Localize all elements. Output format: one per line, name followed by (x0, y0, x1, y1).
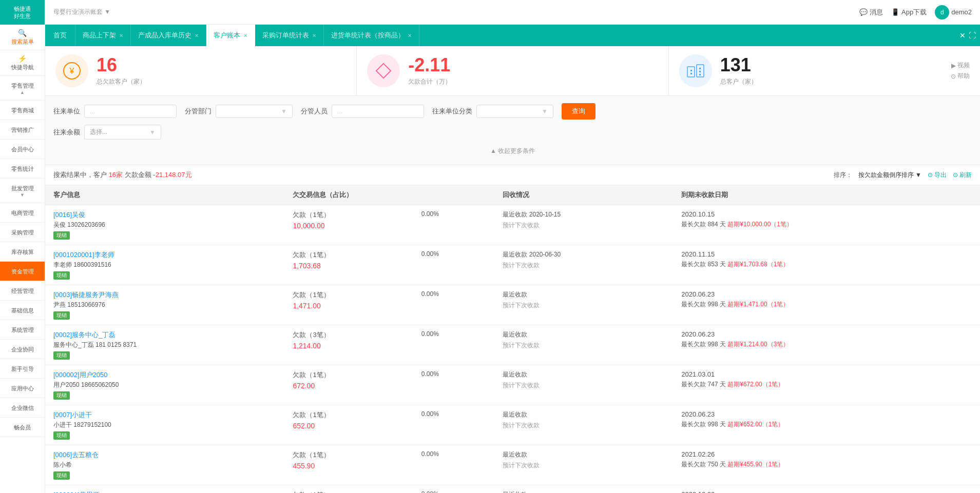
sidebar-item-sys-mgmt[interactable]: 系统管理 (0, 320, 45, 340)
debt-count: 欠款（1笔） (293, 210, 405, 220)
filter-row-1: 往来单位 ... 分管部门 ▼ 分管人员 (53, 103, 972, 120)
tab-home[interactable]: 首页 (45, 25, 75, 46)
sidebar-item-capital-mgmt[interactable]: 资金管理 (0, 262, 45, 281)
sidebar-item-retail-stats[interactable]: 零售统计 (0, 159, 45, 179)
sidebar-item-marketing[interactable]: 营销推广 (0, 120, 45, 140)
cell-collection: 最近收款 预计下次收款 (494, 405, 673, 445)
cell-debt-count: 欠款（1笔） 672.00 (284, 365, 413, 405)
from-unit-input[interactable]: ... (84, 105, 177, 118)
sidebar-item-quick-nav[interactable]: ⚡ 快捷导航 (0, 50, 45, 76)
customer-name-link[interactable]: [000002]用户2050 (53, 370, 276, 380)
tab-expand-icon[interactable]: ⛶ (969, 31, 976, 40)
overdue-info: 最长欠款 747 天 超期¥672.00（1笔） (681, 380, 972, 389)
debt-amount: 1,703.68 (293, 262, 405, 270)
customer-name-link[interactable]: [0016]吴俊 (53, 210, 276, 220)
balance-select[interactable]: 选择... ▼ (84, 125, 161, 140)
dept-select[interactable]: ▼ (216, 105, 293, 118)
chevron-up-icon: ▲ (490, 147, 496, 154)
user-profile-button[interactable]: d demo2 (935, 5, 972, 19)
search-button[interactable]: 查询 (562, 103, 595, 120)
person-input[interactable]: ... (332, 105, 424, 118)
cell-customer-info: [0016]吴俊 吴俊 13026203696 现销 (45, 205, 284, 245)
customer-phone: 陈小希 (53, 461, 276, 469)
overdue-link[interactable]: 超期¥10,000.00（1笔） (727, 221, 793, 228)
customer-phone: 用户2050 18665062050 (53, 381, 276, 389)
results-bar: 搜索结果中，客户 16家 欠款金额 -21,148.07元 排序： 按欠款金额倒… (45, 165, 980, 185)
sidebar-item-retail-mall[interactable]: 零售商城 (0, 101, 45, 120)
sidebar-item-member-center[interactable]: 会员中心 (0, 140, 45, 159)
tab-customer-account[interactable]: 客户账本 ✕ (206, 25, 255, 46)
customer-name-link[interactable]: [0006]去五粮仓 (53, 450, 276, 460)
sidebar-item-retail-mgmt[interactable]: 零售管理 ▲ (0, 76, 45, 101)
customer-name-link[interactable]: [0001020001]李老师 (53, 250, 276, 260)
table-row: [0016]吴俊 吴俊 13026203696 现销 欠款（1笔） 10,000… (45, 205, 980, 245)
video-btn[interactable]: ▶ 视频 (951, 61, 970, 70)
stat-debt-value: -2.11 (408, 56, 451, 74)
sidebar-item-app-center[interactable]: 应用中心 (0, 379, 45, 398)
customer-name-link[interactable]: [0003]畅捷服务尹海燕 (53, 290, 276, 300)
sidebar-item-ops-mgmt[interactable]: 经营管理 (0, 281, 45, 301)
sort-select[interactable]: 按欠款金额倒序排序 ▼ (858, 171, 921, 180)
stat-icon-credit: ¥ (55, 54, 88, 87)
customer-name-link[interactable]: [0007]小进干 (53, 410, 276, 420)
customer-tag: 现销 (53, 471, 70, 480)
debt-count: 欠款（1笔） (293, 410, 405, 420)
cell-debt-count: 欠款（1笔） 455.90 (284, 445, 413, 485)
tab-close-icon[interactable]: ✕ (312, 33, 316, 38)
balance-label: 往来余额 (53, 128, 80, 137)
tab-production-history[interactable]: 产成品入库单历史 ✕ (131, 25, 206, 46)
overdue-link[interactable]: 超期¥672.00（1笔） (727, 381, 784, 388)
stat-actions: ▶ 视频 ⊙ 帮助 (951, 61, 970, 81)
dept-label: 分管部门 (185, 107, 212, 116)
next-collection: 预计下次收款 (503, 221, 665, 230)
stat-icon-debt (367, 54, 400, 87)
export-button[interactable]: ⊙ 导出 (928, 171, 947, 180)
sidebar-item-enterprise-collab[interactable]: 企业协同 (0, 340, 45, 359)
sidebar-item-basic-info[interactable]: 基础信息 (0, 301, 45, 320)
collapse-filter-button[interactable]: ▲ 收起更多条件 (53, 145, 972, 157)
sidebar-item-search-menu[interactable]: 🔍 搜索菜单 (0, 25, 45, 50)
stat-credit-info: 16 总欠款客户（家） (97, 56, 146, 86)
sidebar-item-batch-mgmt[interactable]: 批发管理 ▼ (0, 179, 45, 203)
refresh-button[interactable]: ⊙ 刷新 (953, 171, 972, 180)
debt-amount: 10,000.00 (293, 222, 405, 230)
sidebar-item-enterprise-wechat[interactable]: 企业微信 (0, 398, 45, 418)
tab-close-icon[interactable]: ✕ (119, 33, 123, 38)
unit-type-select[interactable]: ▼ (476, 105, 553, 118)
refresh-icon: ⊙ (953, 171, 958, 179)
filter-from-unit: 往来单位 ... (53, 105, 177, 118)
table-row: [0007]小进干 小进干 18279152100 现销 欠款（1笔） 652.… (45, 405, 980, 445)
debt-amount: 652.00 (293, 422, 405, 430)
overdue-link[interactable]: 超期¥1,214.00（3笔） (727, 341, 789, 348)
svg-rect-3 (687, 67, 695, 77)
stat-debt-info: -2.11 欠款合计（万） (408, 56, 451, 86)
debt-amount: 1,214.00 (293, 342, 405, 350)
overdue-link[interactable]: 超期¥652.00（1笔） (727, 421, 784, 428)
message-button[interactable]: 💬 消息 (859, 8, 883, 17)
sidebar-item-vip-member[interactable]: 畅会员 (0, 418, 45, 437)
customer-phone: 吴俊 13026203696 (53, 221, 276, 229)
overdue-link[interactable]: 超期¥1,703.68（1笔） (727, 261, 789, 268)
tab-products-off[interactable]: 商品上下架 ✕ (75, 25, 131, 46)
help-btn[interactable]: ⊙ 帮助 (951, 72, 970, 81)
customer-name-link[interactable]: [0002]服务中心_丁磊 (53, 330, 276, 340)
sidebar-item-inventory[interactable]: 库存核算 (0, 242, 45, 262)
app-download-button[interactable]: 📱 App下载 (891, 8, 927, 17)
tab-close-icon[interactable]: ✕ (408, 33, 412, 38)
sidebar-item-ecommerce[interactable]: 电商管理 (0, 203, 45, 223)
tab-incoming-summary[interactable]: 进货单统计表（按商品） ✕ (324, 25, 419, 46)
tab-collapse-icon[interactable]: ✕ (959, 31, 966, 40)
overdue-link[interactable]: 超期¥455.90（1笔） (727, 461, 784, 468)
customer-phone: 小进干 18279152100 (53, 421, 276, 429)
sidebar-item-new-guide[interactable]: 新手引导 (0, 359, 45, 379)
customer-name-link[interactable]: [000001]黄思源 (53, 490, 276, 493)
unit-type-label: 往来单位分类 (432, 107, 472, 116)
overdue-link[interactable]: 超期¥1,471.00（1笔） (727, 301, 789, 308)
sidebar-item-purchase-mgmt[interactable]: 采购管理 (0, 223, 45, 242)
tab-close-icon[interactable]: ✕ (195, 33, 199, 38)
cell-collection: 最近收款 预计下次收款 (494, 445, 673, 485)
stat-customers-info: 131 总客户（家） (720, 56, 757, 86)
tab-purchase-summary[interactable]: 采购订单统计表 ✕ (255, 25, 324, 46)
cell-debt-count: 欠款（1笔） 1,703.68 (284, 245, 413, 285)
tab-close-icon[interactable]: ✕ (243, 33, 247, 38)
